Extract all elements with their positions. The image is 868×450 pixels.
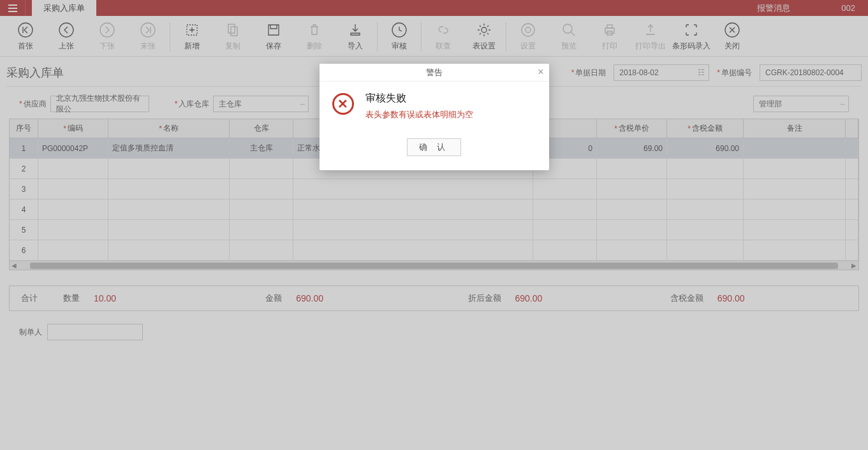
warning-modal: 警告 × ✕ 审核失败 表头参数有误或表体明细为空 确 认 (320, 64, 549, 170)
modal-close-icon[interactable]: × (538, 66, 543, 78)
modal-message: 表头参数有误或表体明细为空 (365, 109, 473, 120)
error-icon: ✕ (332, 93, 354, 115)
modal-ok-button[interactable]: 确 认 (407, 138, 462, 156)
modal-header: 警告 × (320, 64, 549, 82)
modal-overlay: 警告 × ✕ 审核失败 表头参数有误或表体明细为空 确 认 (0, 0, 868, 450)
modal-title: 审核失败 (365, 92, 473, 105)
